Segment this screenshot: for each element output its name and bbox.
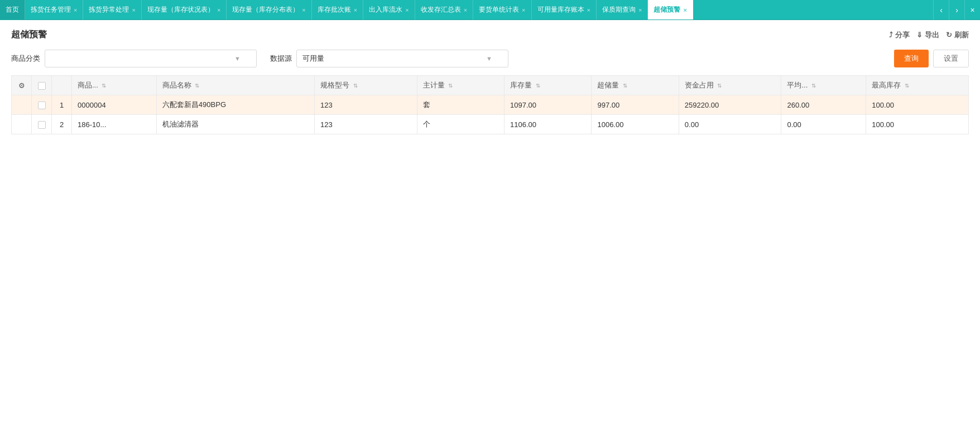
th-checkbox[interactable] bbox=[32, 76, 52, 95]
nav-home-label: 首页 bbox=[6, 5, 19, 14]
nav-exception-handle[interactable]: 拣货异常处理 × bbox=[83, 0, 141, 20]
category-select[interactable]: ▼ bbox=[45, 50, 257, 67]
nav-available-account[interactable]: 可用量库存账本 × bbox=[532, 0, 597, 20]
th-overstock-label: 超储量 bbox=[597, 81, 619, 89]
nav-order-stats-close[interactable]: × bbox=[522, 7, 525, 13]
nav-expiry-close[interactable]: × bbox=[638, 7, 642, 13]
th-max-stock[interactable]: 最高库存 ⇅ bbox=[866, 76, 969, 95]
th-row-num bbox=[52, 76, 72, 95]
datasource-filter: 数据源 可用量 ▼ bbox=[270, 50, 508, 67]
table-row: 2 186-10... 机油滤清器 123 个 1106.00 1006.00 … bbox=[12, 115, 969, 134]
sort-max-stock-icon[interactable]: ⇅ bbox=[905, 83, 909, 89]
nav-arrow-close[interactable]: × bbox=[964, 0, 980, 20]
nav-inout-flow[interactable]: 出入库流水 × bbox=[363, 0, 415, 20]
td-stock-1: 1106.00 bbox=[505, 115, 592, 134]
category-filter: 商品分类 ▼ bbox=[11, 50, 257, 67]
data-table: ⚙ 商品... ⇅ 商品名称 ⇅ 规格型号 ⇅ bbox=[11, 75, 969, 134]
gear-icon: ⚙ bbox=[18, 81, 25, 90]
td-spec-0: 123 bbox=[315, 95, 417, 115]
nav-summary-label: 收发存汇总表 bbox=[421, 5, 461, 14]
datasource-label: 数据源 bbox=[270, 54, 292, 64]
row-checkbox-0[interactable] bbox=[38, 101, 46, 109]
header-checkbox[interactable] bbox=[38, 82, 46, 90]
th-spec[interactable]: 规格型号 ⇅ bbox=[315, 76, 417, 95]
th-capital[interactable]: 资金占用 ⇅ bbox=[679, 76, 781, 95]
td-row-num-1: 2 bbox=[52, 115, 72, 134]
sort-avg-price-icon[interactable]: ⇅ bbox=[811, 83, 816, 89]
td-row-num-0: 1 bbox=[52, 95, 72, 115]
nav-home[interactable]: 首页 bbox=[0, 0, 25, 20]
share-icon: ⤴ bbox=[889, 31, 893, 39]
th-product-name-label: 商品名称 bbox=[162, 81, 191, 89]
nav-task-mgmt-label: 拣货任务管理 bbox=[31, 5, 71, 14]
th-overstock[interactable]: 超储量 ⇅ bbox=[592, 76, 679, 95]
row-checkbox-1[interactable] bbox=[38, 121, 46, 129]
th-product-code[interactable]: 商品... ⇅ bbox=[72, 76, 157, 95]
nav-available-account-close[interactable]: × bbox=[587, 7, 590, 13]
td-unit-1: 个 bbox=[417, 115, 504, 134]
th-stock[interactable]: 库存量 ⇅ bbox=[505, 76, 592, 95]
page-title-bar: 超储预警 ⤴ 分享 ⇓ 导出 ↻ 刷新 bbox=[11, 29, 969, 41]
share-button[interactable]: ⤴ 分享 bbox=[889, 30, 910, 40]
nav-inout-flow-close[interactable]: × bbox=[405, 7, 409, 13]
th-product-code-label: 商品... bbox=[78, 81, 98, 89]
export-button[interactable]: ⇓ 导出 bbox=[916, 30, 939, 40]
nav-inventory-status-close[interactable]: × bbox=[217, 7, 220, 13]
sort-spec-icon[interactable]: ⇅ bbox=[353, 83, 358, 89]
nav-batch-account-close[interactable]: × bbox=[354, 7, 357, 13]
nav-arrow-left[interactable]: ‹ bbox=[933, 0, 949, 20]
nav-expiry-query[interactable]: 保质期查询 × bbox=[597, 0, 648, 20]
page-actions: ⤴ 分享 ⇓ 导出 ↻ 刷新 bbox=[889, 30, 969, 40]
td-capital-0: 259220.00 bbox=[679, 95, 781, 115]
td-unit-0: 套 bbox=[417, 95, 504, 115]
td-avg-price-0: 260.00 bbox=[781, 95, 866, 115]
td-checkbox-1[interactable] bbox=[32, 115, 52, 134]
nav-order-stats[interactable]: 要货单统计表 × bbox=[473, 0, 531, 20]
td-max-stock-1: 100.00 bbox=[866, 115, 969, 134]
filter-bar: 商品分类 ▼ 数据源 可用量 ▼ 查询 设置 bbox=[11, 50, 969, 67]
th-avg-price[interactable]: 平均... ⇅ bbox=[781, 76, 866, 95]
nav-batch-account[interactable]: 库存批次账 × bbox=[312, 0, 363, 20]
settings-button[interactable]: 设置 bbox=[933, 50, 969, 67]
nav-exception-close[interactable]: × bbox=[132, 7, 135, 13]
page-content: 超储预警 ⤴ 分享 ⇓ 导出 ↻ 刷新 商品分类 ▼ 数据源 bbox=[0, 20, 980, 143]
datasource-select[interactable]: 可用量 ▼ bbox=[296, 50, 508, 67]
th-unit[interactable]: 主计量 ⇅ bbox=[417, 76, 504, 95]
th-product-name[interactable]: 商品名称 ⇅ bbox=[156, 76, 314, 95]
td-avg-price-1: 0.00 bbox=[781, 115, 866, 134]
query-button[interactable]: 查询 bbox=[894, 50, 929, 67]
nav-summary-table[interactable]: 收发存汇总表 × bbox=[415, 0, 473, 20]
th-stock-label: 库存量 bbox=[510, 81, 532, 89]
refresh-icon: ↻ bbox=[946, 31, 952, 39]
nav-overstock-alert[interactable]: 超储预警 × bbox=[648, 0, 693, 20]
sort-capital-icon[interactable]: ⇅ bbox=[717, 83, 722, 89]
nav-arrows: ‹ › × bbox=[933, 0, 980, 20]
refresh-button[interactable]: ↻ 刷新 bbox=[946, 30, 969, 40]
td-max-stock-0: 100.00 bbox=[866, 95, 969, 115]
th-settings[interactable]: ⚙ bbox=[12, 76, 32, 95]
th-unit-label: 主计量 bbox=[423, 81, 445, 89]
nav-task-mgmt-close[interactable]: × bbox=[74, 7, 77, 13]
sort-stock-icon[interactable]: ⇅ bbox=[536, 83, 540, 89]
td-capital-1: 0.00 bbox=[679, 115, 781, 134]
nav-inventory-status[interactable]: 现存量（库存状况表） × bbox=[142, 0, 227, 20]
td-checkbox-0[interactable] bbox=[32, 95, 52, 115]
table-header-row: ⚙ 商品... ⇅ 商品名称 ⇅ 规格型号 ⇅ bbox=[12, 76, 969, 95]
nav-batch-account-label: 库存批次账 bbox=[318, 5, 351, 14]
sort-overstock-icon[interactable]: ⇅ bbox=[623, 83, 627, 89]
nav-overstock-close[interactable]: × bbox=[683, 7, 686, 13]
datasource-value: 可用量 bbox=[302, 54, 324, 64]
nav-exception-label: 拣货异常处理 bbox=[89, 5, 129, 14]
sort-unit-icon[interactable]: ⇅ bbox=[448, 83, 453, 89]
td-stock-0: 1097.00 bbox=[505, 95, 592, 115]
nav-inventory-dist[interactable]: 现存量（库存分布表） × bbox=[227, 0, 311, 20]
nav-task-mgmt[interactable]: 拣货任务管理 × bbox=[25, 0, 83, 20]
sort-product-code-icon[interactable]: ⇅ bbox=[102, 83, 106, 89]
nav-inventory-status-label: 现存量（库存状况表） bbox=[147, 5, 214, 14]
nav-inventory-dist-close[interactable]: × bbox=[302, 7, 305, 13]
sort-product-name-icon[interactable]: ⇅ bbox=[195, 83, 199, 89]
td-spec-1: 123 bbox=[315, 115, 417, 134]
nav-arrow-right[interactable]: › bbox=[949, 0, 964, 20]
nav-summary-close[interactable]: × bbox=[464, 7, 467, 13]
refresh-label: 刷新 bbox=[954, 30, 969, 40]
